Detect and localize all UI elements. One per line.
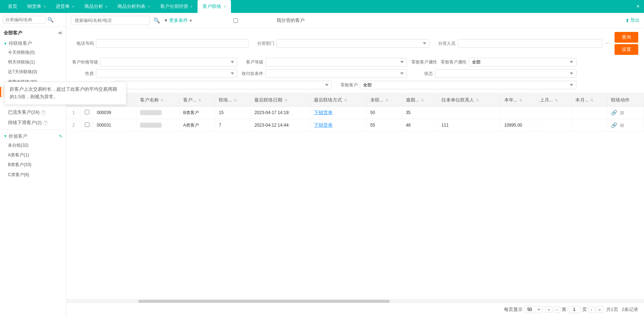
total-info: 共1页 2条记录	[606, 306, 638, 313]
cust-type-select[interactable]	[115, 81, 332, 89]
nav-customer-tier[interactable]: 客户分层经营 ×	[155, 0, 198, 13]
row2-link-icon[interactable]: 🔗	[611, 122, 617, 128]
row2-checkbox[interactable]	[85, 122, 89, 127]
sidebar-item-today[interactable]: 今天待联络(0)	[0, 48, 66, 57]
search-button[interactable]: 🔍	[153, 17, 160, 24]
sidebar-item-churned[interactable]: 已流失客户(24) ?	[0, 107, 66, 118]
col-name[interactable]: 客户名称 ⇅	[136, 94, 179, 107]
nav-purchase-order-close[interactable]: ×	[72, 4, 74, 9]
col-type[interactable]: 客户... ⇅	[180, 94, 215, 107]
filter-bar: 🔍 ▼ 更多条件 ▼ 我分管的客户 ⬆ 导出	[66, 13, 644, 28]
unit-contact-sort-icon: ⇅	[476, 98, 479, 102]
sidebar-item-declining[interactable]: 持续下滑客户(2) ?	[0, 118, 66, 128]
row1-grid-icon[interactable]: ⊞	[620, 110, 624, 115]
table-row: 1 000039 B类客户 15 2023-04-17 14:19: 下销货单 …	[66, 107, 644, 119]
cust-grade-select[interactable]	[265, 58, 407, 66]
search-input[interactable]	[71, 16, 150, 25]
retail-attr-select[interactable]: 全部	[469, 58, 576, 66]
prev-page-button[interactable]: ‹	[554, 306, 560, 313]
nav-home[interactable]: 首页	[3, 0, 22, 13]
row2-name-blurred	[140, 123, 162, 128]
col-last-date[interactable]: 最后联络日期 ⇅	[251, 94, 310, 107]
payment-select[interactable]	[265, 69, 407, 78]
col-last-way[interactable]: 最后联络方式 ⇅	[310, 94, 367, 107]
filter-gender: 性质	[72, 69, 237, 78]
current-page-input[interactable]	[568, 306, 581, 313]
last-way-sort-icon: ⇅	[344, 98, 347, 102]
sidebar-group-waiting[interactable]: ▼ 待联络客户	[0, 38, 66, 48]
sidebar-search-icon[interactable]: 🔍	[47, 17, 54, 23]
dept-select[interactable]	[277, 39, 429, 48]
sidebar-item-7days[interactable]: 近7天待联络(0)	[0, 67, 66, 77]
sidebar-search-input[interactable]	[3, 16, 46, 24]
nav-sales-order-close[interactable]: ×	[43, 4, 46, 9]
sidebar-item-class-a[interactable]: A类客户(1)	[0, 150, 66, 160]
value-customers-edit-icon[interactable]: ✎	[59, 134, 62, 139]
my-customers-checkbox-label[interactable]: 我分管的客户	[196, 17, 305, 24]
sidebar-section-all-customers[interactable]: 全部客户 ≪	[0, 27, 66, 38]
status-select[interactable]	[435, 69, 576, 78]
nav-purchase-order[interactable]: 进货单 ×	[51, 0, 79, 13]
gender-select[interactable]	[96, 69, 237, 78]
row2-action-icons: 🔗 ⊞	[611, 122, 640, 128]
row1-code: 000039	[93, 107, 136, 119]
sidebar-item-class-b[interactable]: B类客户(33)	[0, 160, 66, 170]
nav-product-list-close[interactable]: ×	[148, 4, 150, 9]
nav-customer-contact-close[interactable]: ×	[223, 4, 226, 9]
row1-contact: 15	[215, 107, 251, 119]
col-contact[interactable]: 联络... ⇅	[215, 94, 251, 107]
sidebar-item-class-c[interactable]: C类客户(6)	[0, 170, 66, 180]
col-last-month[interactable]: 上月... ⇅	[536, 94, 571, 107]
retail-cust-select[interactable]: 全部	[360, 81, 577, 89]
person-input[interactable]	[458, 39, 602, 48]
horizontal-scrollbar[interactable]	[66, 299, 644, 303]
query-button[interactable]: 查询	[615, 32, 638, 43]
col-unit-contact[interactable]: 往来单位联系人 ⇅	[438, 94, 501, 107]
row1-num: 1	[66, 107, 81, 119]
row2-last-way: 下销货单	[310, 119, 367, 132]
col-this-month[interactable]: 本月... ⇅	[572, 94, 607, 107]
sidebar-collapse-icon[interactable]: ≪	[58, 30, 62, 36]
first-page-button[interactable]: «	[545, 306, 552, 313]
next-page-button[interactable]: ›	[588, 306, 595, 313]
my-customers-checkbox[interactable]	[196, 18, 275, 23]
col-this-year[interactable]: 本年... ⇅	[500, 94, 536, 107]
sidebar-item-ungrouped[interactable]: 未分组(32)	[0, 141, 66, 150]
nav-customer-tier-close[interactable]: ×	[190, 4, 193, 9]
uncontact-sort-icon: ⇅	[385, 98, 388, 102]
scrollbar-thumb[interactable]	[138, 300, 390, 303]
sidebar-group-value[interactable]: ▼ 价值客户 ✎	[0, 131, 66, 141]
row1-link-icon[interactable]: 🔗	[611, 110, 617, 115]
person-more-icon[interactable]: ···	[606, 40, 610, 47]
table-row: 2 000031 A类客户 7 2023-04-12 14:44: 下销货单 5…	[66, 119, 644, 132]
phone-label: 电话号码	[72, 41, 94, 47]
row1-name	[136, 107, 179, 119]
col-uncontact[interactable]: 未联... ⇅	[366, 94, 402, 107]
row1-checkbox[interactable]	[85, 110, 89, 114]
row1-last-way-link[interactable]: 下销货单	[314, 110, 333, 115]
per-page-select[interactable]: 50 100 200	[525, 306, 542, 313]
sidebar: 🔍 全部客户 ≪ ▼ 待联络客户 今天待联络(0) 明天待联络(1) 近7天待联…	[0, 13, 66, 316]
nav-product-list[interactable]: 商品分析列表 ×	[112, 0, 155, 13]
close-all-tabs[interactable]: ×	[636, 3, 640, 10]
row2-grid-icon[interactable]: ⊞	[620, 122, 624, 128]
row2-last-way-link[interactable]: 下销货单	[314, 122, 333, 128]
more-conditions-toggle[interactable]: ▼ 更多条件 ▼	[164, 17, 193, 24]
row1-action: 🔗 ⊞	[607, 107, 644, 119]
nav-product-analysis-close[interactable]: ×	[105, 4, 107, 9]
nav-product-analysis[interactable]: 商品分析 ×	[79, 0, 112, 13]
export-button[interactable]: ⬆ 导出	[625, 17, 640, 24]
nav-customer-contact[interactable]: 客户联络 ×	[198, 0, 231, 13]
churned-info-icon[interactable]: ?	[41, 110, 46, 115]
settings-button[interactable]: 设置	[615, 44, 638, 55]
price-grade-label: 客户价格等级	[72, 59, 98, 65]
declining-info-icon[interactable]: ?	[43, 121, 48, 126]
col-overdue[interactable]: 逾期... ⇅	[402, 94, 437, 107]
row2-contact: 7	[215, 119, 251, 132]
price-grade-select[interactable]	[100, 58, 237, 66]
sidebar-item-tomorrow[interactable]: 明天待联络(1)	[0, 57, 66, 67]
type-sort-icon: ⇅	[198, 98, 201, 102]
phone-input[interactable]	[96, 39, 249, 48]
nav-sales-order[interactable]: 销货单 ×	[22, 0, 51, 13]
last-page-button[interactable]: »	[596, 306, 603, 313]
